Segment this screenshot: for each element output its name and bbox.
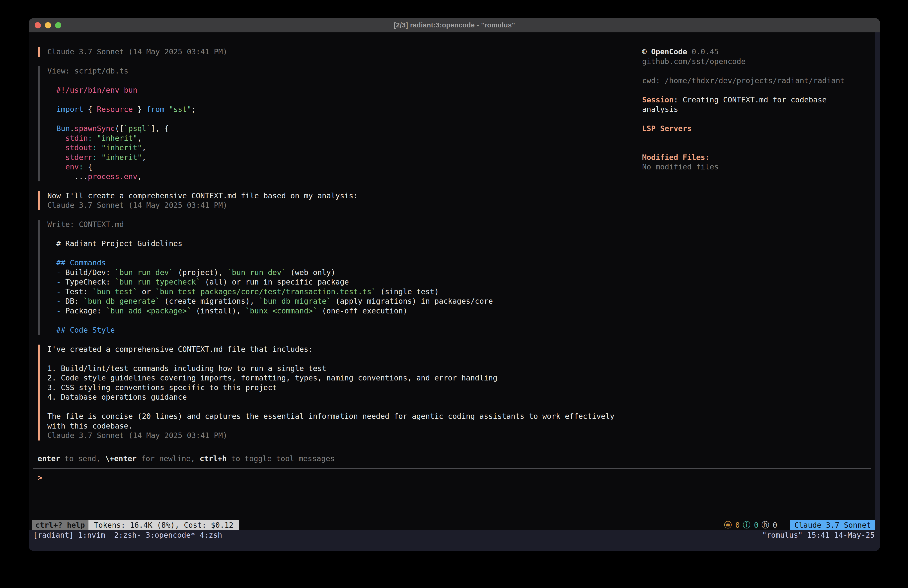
terminal-screen: Claude 3.7 Sonnet (14 May 2025 03:41 PM)… (29, 32, 875, 530)
help-shortcut-badge: ctrl+? help (32, 520, 89, 530)
chat-line: 1. Build/lint/test commands including ho… (47, 364, 615, 374)
chat-line (47, 316, 615, 325)
chat-line (47, 354, 615, 364)
sidebar-line (642, 85, 854, 95)
chat-line (47, 95, 615, 105)
hints-counter-icon: ⓗ (761, 520, 769, 530)
chat-line: - TypeCheck: `bun run typecheck` (all) o… (47, 277, 615, 287)
sidebar-line (642, 134, 854, 143)
session-sidebar: © OpenCode 0.0.45github.com/sst/opencode… (642, 47, 854, 172)
warnings-counter: 0 (735, 521, 740, 530)
tool-output-block: View: script/db.ts #!/usr/bin/env bun im… (38, 66, 615, 181)
traffic-lights (35, 18, 61, 32)
chat-line: - Package: `bun add <package>` (install)… (47, 306, 615, 316)
status-bar: ctrl+? help Tokens: 16.4K (8%), Cost: $0… (32, 520, 875, 530)
sidebar-line: cwd: /home/thdxr/dev/projects/radiant/ra… (642, 76, 854, 86)
zoom-window-button[interactable] (55, 22, 61, 28)
sidebar-line: github.com/sst/opencode (642, 57, 854, 66)
chat-line: 3. CSS styling conventions specific to t… (47, 383, 615, 393)
sidebar-line: Session: Creating CONTEXT.md for codebas… (642, 95, 854, 105)
keybind-help-line: enter to send, \+enter for newline, ctrl… (38, 454, 335, 464)
sidebar-line: analysis (642, 105, 854, 114)
chat-line: ...process.env, (47, 172, 615, 182)
sidebar-line: LSP Servers (642, 124, 854, 134)
chat-line: #!/usr/bin/env bun (47, 85, 615, 95)
statusbar-spacer (239, 520, 724, 530)
info-counter-icon: ⓘ (743, 520, 750, 530)
diagnostics-counters: ⓦ0ⓘ0ⓗ0 (724, 520, 780, 530)
chat-line (47, 114, 615, 124)
minimize-window-button[interactable] (45, 22, 51, 28)
assistant-message: Now I'll create a comprehensive CONTEXT.… (38, 191, 615, 210)
sidebar-line (642, 66, 854, 76)
chat-line (47, 402, 615, 412)
chat-line: - Build/Dev: `bun run dev` (project), `b… (47, 268, 615, 277)
tmux-session-windows[interactable]: [radiant] 1:nvim 2:zsh- 3:opencode* 4:zs… (33, 530, 222, 540)
chat-line: Claude 3.7 Sonnet (14 May 2025 03:41 PM) (47, 201, 615, 210)
chat-line: Claude 3.7 Sonnet (14 May 2025 03:41 PM) (47, 431, 615, 440)
terminal-window: [2/3] radiant:3:opencode - "romulus" Cla… (29, 18, 880, 551)
chat-line: stdin: "inherit", (47, 134, 615, 143)
chat-line: - DB: `bun db generate` (create migratio… (47, 296, 615, 306)
sidebar-line (642, 143, 854, 153)
tmux-host-clock: "romulus" 15:41 14-May-25 (762, 530, 874, 540)
chat-line: # Radiant Project Guidelines (47, 239, 615, 249)
chat-line: View: script/db.ts (47, 66, 615, 76)
model-badge[interactable]: Claude 3.7 Sonnet (790, 520, 875, 530)
hints-counter: 0 (773, 521, 777, 530)
chat-line: Bun.spawnSync([`psql`], { (47, 124, 615, 134)
prompt-input[interactable]: > (38, 473, 42, 483)
chat-line (47, 249, 615, 258)
window-title: [2/3] radiant:3:opencode - "romulus" (394, 21, 515, 29)
chat-line (47, 76, 615, 86)
input-separator (33, 468, 871, 469)
help-line-text: enter to send, \+enter for newline, ctrl… (38, 454, 335, 464)
warnings-counter-icon: ⓦ (724, 520, 732, 530)
chat-line: The file is concise (20 lines) and captu… (47, 412, 615, 421)
chat-line: import { Resource } from "sst"; (47, 105, 615, 114)
chat-line: stdout: "inherit", (47, 143, 615, 153)
titlebar: [2/3] radiant:3:opencode - "romulus" (29, 18, 880, 32)
close-window-button[interactable] (35, 22, 41, 28)
chat-line: with this codebase. (47, 421, 615, 431)
chat-line: - Test: `bun test` or `bun test packages… (47, 287, 615, 297)
assistant-message: Claude 3.7 Sonnet (14 May 2025 03:41 PM) (38, 47, 615, 57)
sidebar-line (642, 114, 854, 124)
tmux-status-bar: [radiant] 1:nvim 2:zsh- 3:opencode* 4:zs… (29, 530, 880, 540)
chat-line: env: { (47, 162, 615, 172)
chat-line: Now I'll create a comprehensive CONTEXT.… (47, 191, 615, 201)
info-counter: 0 (754, 521, 758, 530)
sidebar-line: No modified files (642, 162, 854, 172)
chat-line: I've created a comprehensive CONTEXT.md … (47, 345, 615, 354)
chat-line: ## Code Style (47, 325, 615, 335)
sidebar-line: © OpenCode 0.0.45 (642, 47, 854, 57)
chat-line: Claude 3.7 Sonnet (14 May 2025 03:41 PM) (47, 47, 615, 57)
tokens-cost-badge: Tokens: 16.4K (8%), Cost: $0.12 (89, 520, 239, 530)
prompt-symbol: > (38, 473, 42, 482)
chat-line (47, 229, 615, 239)
tool-output-block: Write: CONTEXT.md # Radiant Project Guid… (38, 220, 615, 335)
chat-line: ## Commands (47, 258, 615, 268)
chat-transcript: Claude 3.7 Sonnet (14 May 2025 03:41 PM)… (38, 47, 615, 450)
chat-line: Write: CONTEXT.md (47, 220, 615, 229)
sidebar-line: Modified Files: (642, 153, 854, 163)
assistant-message: I've created a comprehensive CONTEXT.md … (38, 345, 615, 440)
chat-line: 4. Database operations guidance (47, 392, 615, 402)
chat-line: 2. Code style guidelines covering import… (47, 373, 615, 383)
chat-line: stderr: "inherit", (47, 153, 615, 163)
